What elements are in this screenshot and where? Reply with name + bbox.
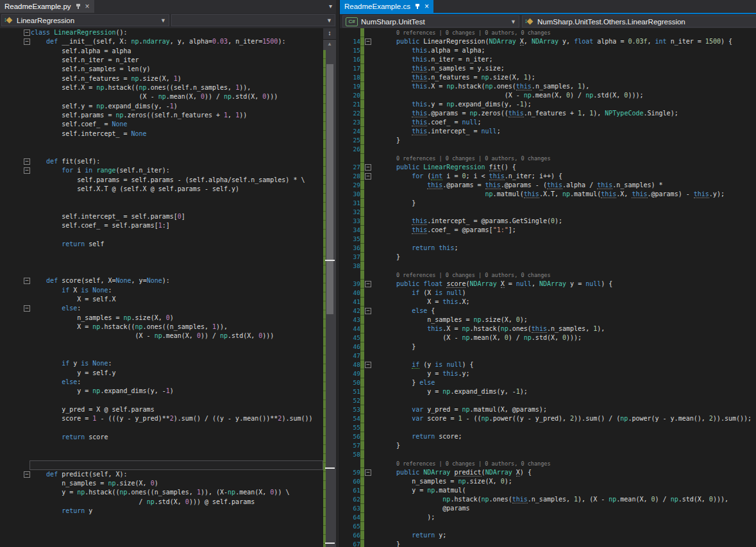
code-line[interactable]: – def predict(self, X): — [0, 470, 340, 479]
code-line[interactable]: 35 — [340, 235, 756, 244]
fold-collapse-icon[interactable]: – — [24, 305, 30, 312]
code-line[interactable] — [0, 231, 340, 240]
fold-collapse-icon[interactable]: – — [365, 308, 371, 314]
code-line[interactable]: if y is None: — [0, 359, 340, 368]
codelens-indicator[interactable]: 0 references | 0 changes | 0 authors, 0 … — [381, 29, 551, 36]
code-line[interactable]: self.intercept_ = self.params[0] — [0, 212, 340, 221]
code-line[interactable]: 20 (X - np.mean(X, 0) / np.std(X, 0))); — [340, 91, 756, 100]
code-line[interactable]: 48– if (y is null) { — [340, 360, 756, 369]
code-line[interactable]: 19 this.X = np.hstack(np.ones(this.n_sam… — [340, 82, 756, 91]
code-line[interactable] — [0, 442, 340, 451]
codelens-indicator[interactable]: 0 references | 0 changes | 0 authors, 0 … — [381, 272, 551, 278]
code-line[interactable]: 17 this.n_samples = y.size; — [340, 64, 756, 73]
code-line[interactable]: 29 this.@params = this.@params - (this.a… — [340, 181, 756, 190]
code-line[interactable] — [0, 350, 340, 359]
code-line[interactable]: – else: — [0, 304, 340, 313]
code-line[interactable]: 52 — [340, 396, 756, 405]
fold-collapse-icon[interactable]: – — [365, 38, 371, 45]
code-line[interactable] — [0, 460, 340, 469]
code-line[interactable]: if X is None: — [0, 286, 340, 295]
code-line[interactable]: –class LinearRegression(): — [0, 28, 340, 37]
code-line[interactable]: 15 this.alpha = alpha; — [340, 46, 756, 55]
code-line[interactable] — [0, 534, 340, 543]
code-line[interactable]: 27– public LinearRegression fit() { — [340, 163, 756, 172]
code-line[interactable]: – def score(self, X=None, y=None): — [0, 276, 340, 285]
code-line[interactable]: y_pred = X @ self.params — [0, 405, 340, 414]
fold-collapse-icon[interactable]: – — [365, 173, 371, 180]
close-icon[interactable]: × — [424, 3, 429, 10]
code-line[interactable] — [0, 203, 340, 212]
fold-collapse-icon[interactable]: – — [24, 167, 30, 174]
code-line[interactable]: y = np.hstack((np.ones((n_samples, 1)), … — [0, 488, 340, 497]
pin-icon[interactable] — [76, 3, 81, 10]
code-line[interactable]: X = np.hstack((np.ones((n_samples, 1)), — [0, 323, 340, 332]
code-line[interactable]: 61 y = np.matmul( — [340, 486, 756, 495]
tab-readmeexample-py[interactable]: ReadmeExample.py × — [0, 0, 94, 13]
tab-readmeexample-cs[interactable]: ReadmeExample.cs × — [340, 0, 433, 13]
code-line[interactable]: 63 @params — [340, 504, 756, 513]
code-line[interactable]: 30 np.matmul(this.X.T, np.matmul(this.X,… — [340, 190, 756, 199]
code-line[interactable]: self.params = np.zeros((self.n_features … — [0, 111, 340, 120]
code-line[interactable]: 45 (X - np.mean(X, 0) / np.std(X, 0))); — [340, 333, 756, 342]
code-line[interactable] — [0, 525, 340, 534]
fold-collapse-icon[interactable]: – — [24, 471, 30, 478]
code-line[interactable]: 51 y = np.expand_dims(y, -1); — [340, 387, 756, 396]
code-line[interactable] — [0, 147, 340, 156]
code-line[interactable]: 36 return this; — [340, 244, 756, 253]
code-line[interactable]: 34 this.coef_ = @params["1:"]; — [340, 226, 756, 235]
code-line[interactable]: 49 y = this.y; — [340, 369, 756, 378]
code-line[interactable]: (X - np.mean(X, 0)) / np.std(X, 0))) — [0, 92, 340, 101]
code-line[interactable]: 59– public NDArray predict(NDArray X) { — [340, 468, 756, 477]
code-line[interactable]: score = 1 - (((y - y_pred)**2).sum() / (… — [0, 414, 340, 423]
code-line[interactable]: 22 this.@params = np.zeros((this.n_featu… — [340, 109, 756, 118]
code-line[interactable]: 50 } else — [340, 378, 756, 387]
code-line[interactable]: self.n_features = np.size(X, 1) — [0, 74, 340, 83]
code-line[interactable] — [0, 267, 340, 276]
code-line[interactable]: 23 this.coef_ = null; — [340, 118, 756, 127]
code-line[interactable]: 42– else { — [340, 307, 756, 316]
code-line[interactable]: 14– public LinearRegression(NDArray X, N… — [340, 37, 756, 46]
code-line[interactable]: self.params = self.params - (self.alpha/… — [0, 176, 340, 185]
code-line[interactable]: (X - np.mean(X, 0)) / np.std(X, 0))) — [0, 332, 340, 341]
code-line[interactable]: 41 X = this.X; — [340, 298, 756, 307]
code-line[interactable]: self.y = np.expand_dims(y, -1) — [0, 102, 340, 111]
code-line[interactable]: self.X = np.hstack((np.ones((self.n_samp… — [0, 83, 340, 92]
code-line[interactable] — [0, 249, 340, 258]
member-dropdown[interactable]: ▼ — [171, 14, 335, 26]
code-line[interactable]: self.coef_ = self.params[1:] — [0, 221, 340, 230]
splitter-handle-icon[interactable]: ↕ — [323, 28, 336, 40]
code-line[interactable]: n_samples = np.size(X, 0) — [0, 314, 340, 323]
code-line[interactable]: 31 } — [340, 199, 756, 208]
code-line[interactable]: 39– public float score(NDArray X = null,… — [340, 280, 756, 289]
code-line[interactable]: 33 this.intercept_ = @params.GetSingle(0… — [340, 217, 756, 226]
fold-collapse-icon[interactable]: – — [365, 362, 371, 368]
code-line[interactable]: else: — [0, 378, 340, 387]
code-line[interactable]: return score — [0, 433, 340, 442]
code-line[interactable]: y = np.expand_dims(y, -1) — [0, 387, 340, 396]
code-line[interactable] — [0, 139, 340, 147]
scope-dropdown[interactable]: LinearRegression ▼ — [1, 14, 169, 26]
code-line[interactable]: 21 this.y = np.expand_dims(y, -1); — [340, 100, 756, 109]
type-dropdown[interactable]: NumSharp.UnitTest.Others.LinearRegressio… — [522, 15, 756, 28]
code-line[interactable]: 43 n_samples = np.size(X, 0); — [340, 316, 756, 324]
code-line[interactable]: 18 this.n_features = np.size(X, 1); — [340, 73, 756, 82]
scrollbar-thumb[interactable] — [326, 64, 333, 314]
codelens-row[interactable]: 0 references | 0 changes | 0 authors, 0 … — [340, 28, 756, 37]
code-line[interactable]: self.n_iter = n_iter — [0, 56, 340, 65]
code-line[interactable]: / np.std(X, 0))) @ self.params — [0, 498, 340, 507]
code-line[interactable]: 28– for (int i = 0; i < this.n_iter; i++… — [340, 172, 756, 181]
code-line[interactable]: 25 } — [340, 136, 756, 145]
close-icon[interactable]: × — [85, 3, 90, 10]
code-line[interactable] — [0, 516, 340, 525]
code-editor-python[interactable]: –class LinearRegression():– def __init__… — [0, 28, 340, 547]
code-line[interactable]: 44 this.X = np.hstack(np.ones(this.n_sam… — [340, 324, 756, 333]
codelens-row[interactable]: 0 references | 0 changes | 0 authors, 0 … — [340, 154, 756, 163]
project-dropdown[interactable]: C# NumSharp.UnitTest ▼ — [342, 15, 519, 28]
codelens-row[interactable]: 0 references | 0 changes | 0 authors, 0 … — [340, 271, 756, 280]
code-line[interactable]: 65 — [340, 522, 756, 531]
fold-collapse-icon[interactable]: – — [24, 158, 30, 165]
code-line[interactable]: n_samples = np.size(X, 0) — [0, 479, 340, 488]
code-line[interactable]: – def fit(self): — [0, 157, 340, 166]
code-line[interactable]: 57 } — [340, 441, 756, 450]
code-line[interactable]: self.X.T @ (self.X @ self.params - self.… — [0, 185, 340, 194]
